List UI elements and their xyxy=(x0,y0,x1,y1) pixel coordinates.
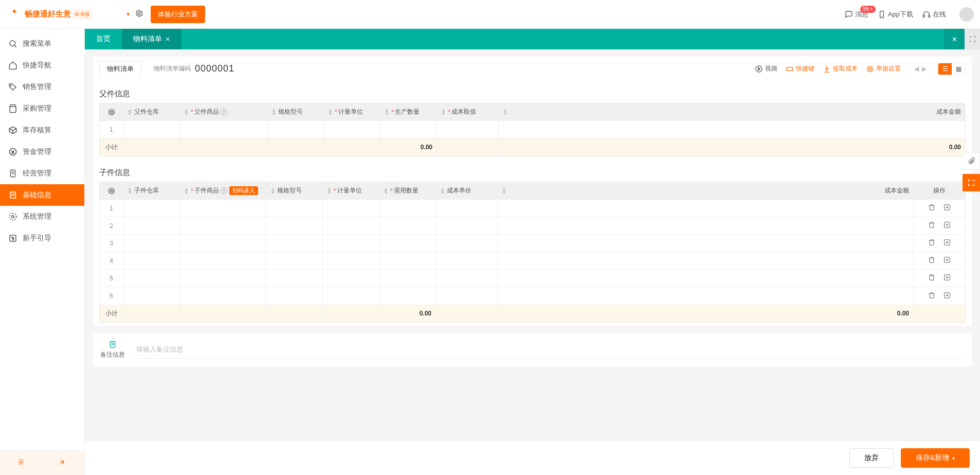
child-table: ▲▼子件仓库 ▲▼*子件商品?扫码录入 ▲▼规格型号 ▲▼*计量单位 ▲▼*需用… xyxy=(99,182,966,323)
col-child-product[interactable]: ▲▼*子件商品?扫码录入 xyxy=(180,182,266,199)
table-row[interactable]: 4 xyxy=(100,252,965,270)
mobile-icon xyxy=(878,10,886,19)
col-qty[interactable]: ▲▼*生产数量 xyxy=(380,103,437,120)
remarks-label: 备注信息 xyxy=(100,350,125,359)
col-child-warehouse[interactable]: ▲▼子件仓库 xyxy=(123,182,180,199)
save-button[interactable]: 保存&新增 ▾ xyxy=(901,448,970,468)
table-row[interactable]: 5 xyxy=(100,270,965,287)
video-button[interactable]: 视频 xyxy=(755,64,777,73)
extract-cost-button[interactable]: 提取成本 xyxy=(823,64,858,73)
sidebar-item-finance[interactable]: 资金管理 xyxy=(0,141,84,163)
brand-name: 畅捷通好生意 xyxy=(25,9,71,19)
expand-icon[interactable]: ⛶ xyxy=(965,29,980,49)
view-list-icon[interactable]: ☰ xyxy=(938,63,952,75)
delete-icon[interactable] xyxy=(928,221,936,231)
chevron-down-icon: ▾ xyxy=(952,455,955,461)
col-warehouse[interactable]: ▲▼父件仓库 xyxy=(123,103,180,120)
tab-home[interactable]: 首页 xyxy=(85,29,122,49)
col-cost-amount[interactable]: ▲▼成本金额 xyxy=(499,103,965,120)
next-icon[interactable]: ▶ xyxy=(922,65,927,73)
add-icon[interactable] xyxy=(943,256,951,266)
table-row[interactable]: 3 xyxy=(100,235,965,252)
col-child-amount[interactable]: ▲▼成本金额 xyxy=(498,182,914,199)
sidebar-item-label: 新手引导 xyxy=(23,234,51,243)
col-spec[interactable]: ▲▼规格型号 xyxy=(267,103,324,120)
close-all-icon[interactable]: ✕ xyxy=(944,29,965,49)
doc-setting-button[interactable]: 单据设置 xyxy=(866,64,901,73)
gear-icon xyxy=(8,212,17,221)
col-product[interactable]: ▲▼*父件商品? xyxy=(180,103,267,120)
avatar[interactable] xyxy=(959,7,974,22)
delete-icon[interactable] xyxy=(928,273,936,283)
sidebar-item-label: 采购管理 xyxy=(23,104,51,113)
collapse-icon[interactable] xyxy=(59,458,67,468)
subtotal-qty: 0.00 xyxy=(379,305,436,322)
sidebar: 搜索菜单 快捷导航 销售管理 采购管理 库存核算 xyxy=(0,29,85,475)
delete-icon[interactable] xyxy=(928,291,936,301)
org-selector[interactable]: ▾ xyxy=(126,10,130,18)
col-cost-method[interactable]: ▲▼*成本取值 xyxy=(437,103,499,120)
database-icon xyxy=(8,190,17,200)
tab-bar: 首页 物料清单 ✕ ✕ ⛶ xyxy=(85,29,980,49)
col-gear-icon[interactable] xyxy=(100,182,123,199)
delete-icon[interactable] xyxy=(928,256,936,266)
sidebar-item-purchase[interactable]: 采购管理 xyxy=(0,98,84,119)
add-icon[interactable] xyxy=(943,221,951,231)
prev-icon[interactable]: ◀ xyxy=(914,65,919,73)
cta-button[interactable]: 体验行业方案 xyxy=(151,6,205,23)
messages-button[interactable]: 消息 99 + xyxy=(845,10,868,19)
sidebar-item-search[interactable]: 搜索菜单 xyxy=(0,33,84,55)
help-icon[interactable]: ? xyxy=(221,109,227,115)
settings-icon[interactable] xyxy=(135,9,143,19)
footer-settings-icon[interactable] xyxy=(17,458,25,468)
add-icon[interactable] xyxy=(943,238,951,248)
table-row[interactable]: 6 xyxy=(100,287,965,305)
col-child-unit[interactable]: ▲▼*计量单位 xyxy=(323,182,379,199)
table-row[interactable]: 2 xyxy=(100,217,965,235)
remarks-input[interactable] xyxy=(134,340,965,359)
attachment-icon[interactable] xyxy=(963,152,980,170)
subtotal-row: 小计 0.00 0.00 xyxy=(100,305,965,322)
remarks-section: 备注信息 xyxy=(93,333,972,366)
col-gear-icon[interactable] xyxy=(100,103,123,120)
parent-section: 父件信息 ▲▼父件仓库 ▲▼*父件商品? ▲▼规格型号 ▲▼*计量单位 ▲▼*生… xyxy=(93,81,972,160)
sidebar-item-guide[interactable]: 新手引导 xyxy=(0,227,84,249)
delete-icon[interactable] xyxy=(928,238,936,248)
sidebar-item-sales[interactable]: 销售管理 xyxy=(0,76,84,98)
svg-rect-4 xyxy=(929,15,930,17)
delete-icon[interactable] xyxy=(928,203,936,213)
message-icon xyxy=(845,10,853,19)
sidebar-item-inventory[interactable]: 库存核算 xyxy=(0,119,84,141)
floating-tools xyxy=(963,152,980,191)
fullscreen-icon[interactable] xyxy=(963,174,980,191)
col-unit[interactable]: ▲▼*计量单位 xyxy=(324,103,380,120)
tab-bom[interactable]: 物料清单 ✕ xyxy=(122,29,182,49)
sidebar-item-system[interactable]: 系统管理 xyxy=(0,206,84,227)
scan-badge[interactable]: 扫码录入 xyxy=(229,186,258,195)
support-button[interactable]: 在线 xyxy=(922,10,946,19)
table-row[interactable]: 1 xyxy=(100,121,965,138)
online-label: 在线 xyxy=(933,10,946,19)
shortcut-button[interactable]: 快捷键 xyxy=(786,64,814,73)
sidebar-item-quicknav[interactable]: 快捷导航 xyxy=(0,55,84,76)
parent-title: 父件信息 xyxy=(99,89,966,99)
sidebar-item-operation[interactable]: 经营管理 xyxy=(0,163,84,184)
child-title: 子件信息 xyxy=(99,168,966,178)
sidebar-item-basic[interactable]: 基础信息 xyxy=(0,184,84,206)
view-card-icon[interactable]: ▦ xyxy=(952,63,965,75)
close-icon[interactable]: ✕ xyxy=(165,36,170,43)
sidebar-item-label: 快捷导航 xyxy=(23,61,51,70)
col-child-spec[interactable]: ▲▼规格型号 xyxy=(266,182,323,199)
add-icon[interactable] xyxy=(943,291,951,301)
svg-line-6 xyxy=(14,45,16,47)
page-tab[interactable]: 物料清单 xyxy=(99,61,141,77)
discard-button[interactable]: 放弃 xyxy=(849,448,894,468)
help-icon[interactable]: ? xyxy=(221,187,227,194)
col-child-price[interactable]: ▲▼成本单价 xyxy=(436,182,498,199)
col-child-qty[interactable]: ▲▼*需用数量 xyxy=(379,182,436,199)
download-button[interactable]: App下载 xyxy=(878,10,913,19)
svg-point-24 xyxy=(869,68,871,70)
table-row[interactable]: 1 xyxy=(100,200,965,217)
add-icon[interactable] xyxy=(943,273,951,283)
add-icon[interactable] xyxy=(943,203,951,213)
